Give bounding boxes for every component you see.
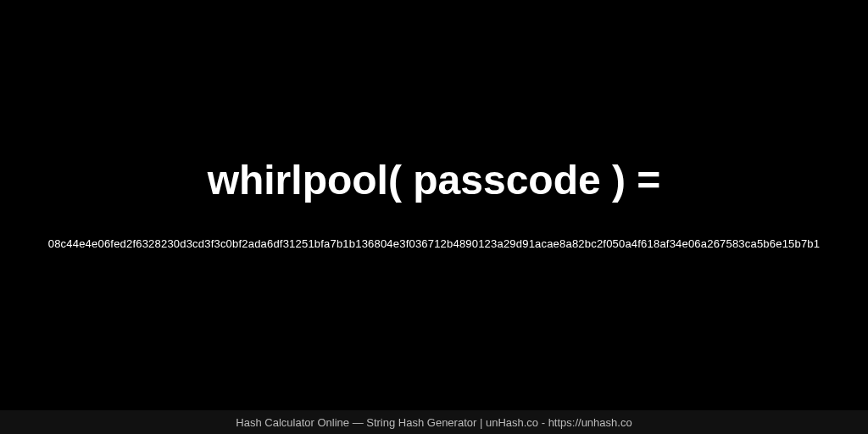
footer-bar: Hash Calculator Online — String Hash Gen… (0, 410, 868, 434)
hash-output-value: 08c44e4e06fed2f6328230d3cd3f3c0bf2ada6df… (48, 237, 820, 250)
hash-expression-heading: whirlpool( passcode ) = (208, 157, 661, 203)
footer-text: Hash Calculator Online — String Hash Gen… (236, 416, 632, 429)
main-content: whirlpool( passcode ) = 08c44e4e06fed2f6… (0, 0, 868, 407)
